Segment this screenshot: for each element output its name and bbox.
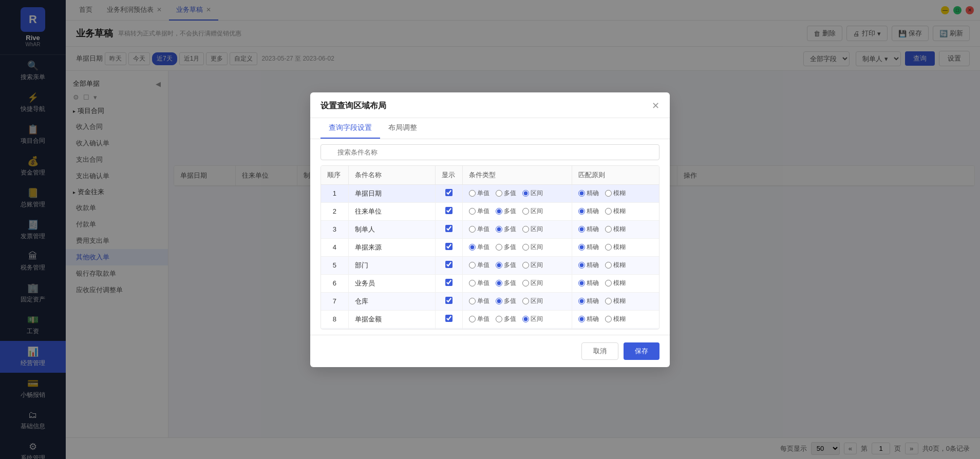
match-fuzzy-radio[interactable]: [605, 262, 612, 269]
cond-radio[interactable]: [496, 298, 502, 304]
cond-radio[interactable]: [469, 280, 476, 286]
match-exact-label[interactable]: 精确: [578, 189, 599, 198]
cond-radio[interactable]: [522, 280, 529, 286]
display-checkbox[interactable]: [445, 207, 453, 214]
match-fuzzy-label[interactable]: 模糊: [605, 261, 626, 270]
cond-radio[interactable]: [522, 262, 529, 269]
match-exact-label[interactable]: 精确: [578, 261, 599, 270]
match-fuzzy-label[interactable]: 模糊: [605, 225, 626, 234]
cond-radio[interactable]: [469, 316, 476, 322]
cond-radio[interactable]: [469, 262, 476, 269]
match-fuzzy-label[interactable]: 模糊: [605, 207, 626, 216]
match-fuzzy-radio[interactable]: [605, 298, 612, 304]
match-fuzzy-label[interactable]: 模糊: [605, 189, 626, 198]
match-exact-label[interactable]: 精确: [578, 297, 599, 305]
cond-radio-label[interactable]: 多值: [496, 225, 516, 234]
modal-tab-layout[interactable]: 布局调整: [380, 118, 425, 139]
cond-radio[interactable]: [496, 226, 502, 233]
cond-radio-label[interactable]: 多值: [496, 315, 516, 323]
match-exact-label[interactable]: 精确: [578, 225, 599, 234]
match-exact-label[interactable]: 精确: [578, 315, 599, 323]
cond-radio-label[interactable]: 多值: [496, 297, 516, 305]
cond-radio[interactable]: [496, 190, 502, 197]
row-name: 单据金额: [348, 310, 436, 328]
match-exact-radio[interactable]: [578, 298, 585, 304]
cond-radio-label[interactable]: 区间: [522, 261, 543, 270]
display-checkbox[interactable]: [445, 225, 453, 232]
cond-radio[interactable]: [496, 316, 502, 322]
cond-radio-label[interactable]: 单值: [469, 225, 489, 234]
cond-radio[interactable]: [522, 226, 529, 233]
cond-radio-label[interactable]: 区间: [522, 279, 543, 288]
cond-radio-label[interactable]: 多值: [496, 207, 516, 216]
match-fuzzy-label[interactable]: 模糊: [605, 243, 626, 252]
display-checkbox[interactable]: [445, 189, 453, 196]
cond-radio-label[interactable]: 单值: [469, 243, 489, 252]
cond-radio-label[interactable]: 单值: [469, 315, 489, 323]
cond-radio-label[interactable]: 多值: [496, 261, 516, 270]
match-fuzzy-radio[interactable]: [605, 316, 612, 322]
cond-radio[interactable]: [469, 190, 476, 197]
match-fuzzy-radio[interactable]: [605, 226, 612, 233]
row-name: 制单人: [348, 220, 436, 238]
cond-radio[interactable]: [469, 298, 476, 304]
modal-search-input[interactable]: [321, 144, 659, 160]
match-fuzzy-radio[interactable]: [605, 190, 612, 197]
cond-radio[interactable]: [496, 244, 502, 251]
modal-tab-query[interactable]: 查询字段设置: [321, 118, 380, 139]
cond-radio-label[interactable]: 区间: [522, 315, 543, 323]
cond-radio-label[interactable]: 区间: [522, 243, 543, 252]
match-exact-radio[interactable]: [578, 208, 585, 215]
cond-radio-label[interactable]: 单值: [469, 279, 489, 288]
display-checkbox[interactable]: [445, 315, 453, 322]
match-exact-radio[interactable]: [578, 280, 585, 286]
match-fuzzy-radio[interactable]: [605, 244, 612, 251]
cond-radio[interactable]: [522, 208, 529, 215]
match-fuzzy-label[interactable]: 模糊: [605, 315, 626, 323]
match-exact-radio[interactable]: [578, 244, 585, 251]
display-checkbox[interactable]: [445, 297, 453, 304]
cond-radio-label[interactable]: 单值: [469, 189, 489, 198]
match-fuzzy-radio[interactable]: [605, 280, 612, 286]
cond-radio-label[interactable]: 区间: [522, 189, 543, 198]
cond-radio[interactable]: [496, 280, 502, 286]
cond-radio[interactable]: [469, 208, 476, 215]
display-checkbox[interactable]: [445, 261, 453, 268]
match-exact-radio[interactable]: [578, 190, 585, 197]
cond-radio[interactable]: [522, 298, 529, 304]
cond-radio[interactable]: [469, 244, 476, 251]
cond-radio[interactable]: [522, 316, 529, 322]
cond-radio-label[interactable]: 区间: [522, 207, 543, 216]
cond-radio[interactable]: [522, 244, 529, 251]
row-name: 备注: [348, 328, 436, 330]
row-order: 3: [321, 220, 348, 238]
match-fuzzy-label[interactable]: 模糊: [605, 297, 626, 305]
cond-radio-label[interactable]: 单值: [469, 261, 489, 270]
cond-radio-label[interactable]: 单值: [469, 297, 489, 305]
display-checkbox[interactable]: [445, 279, 453, 286]
cond-radio-label[interactable]: 多值: [496, 189, 516, 198]
match-exact-label[interactable]: 精确: [578, 279, 599, 288]
match-fuzzy-radio[interactable]: [605, 208, 612, 215]
cond-radio[interactable]: [469, 226, 476, 233]
cond-radio-label[interactable]: 多值: [496, 279, 516, 288]
cond-radio[interactable]: [496, 208, 502, 215]
match-exact-label[interactable]: 精确: [578, 243, 599, 252]
cond-radio[interactable]: [496, 262, 502, 269]
match-fuzzy-label[interactable]: 模糊: [605, 279, 626, 288]
modal-save-button[interactable]: 保存: [624, 342, 659, 360]
match-exact-radio[interactable]: [578, 316, 585, 322]
cond-radio-label[interactable]: 单值: [469, 207, 489, 216]
display-checkbox[interactable]: [445, 243, 453, 250]
row-name: 单据日期: [348, 184, 436, 202]
cond-radio-label[interactable]: 多值: [496, 243, 516, 252]
cond-radio[interactable]: [522, 190, 529, 197]
match-exact-label[interactable]: 精确: [578, 207, 599, 216]
match-exact-radio[interactable]: [578, 262, 585, 269]
modal-cancel-button[interactable]: 取消: [581, 342, 618, 360]
cond-radio-label[interactable]: 区间: [522, 297, 543, 305]
modal-close-button[interactable]: ✕: [652, 101, 659, 110]
cond-radio-label[interactable]: 区间: [522, 225, 543, 234]
match-exact-radio[interactable]: [578, 226, 585, 233]
row-display-cell: [436, 274, 463, 292]
